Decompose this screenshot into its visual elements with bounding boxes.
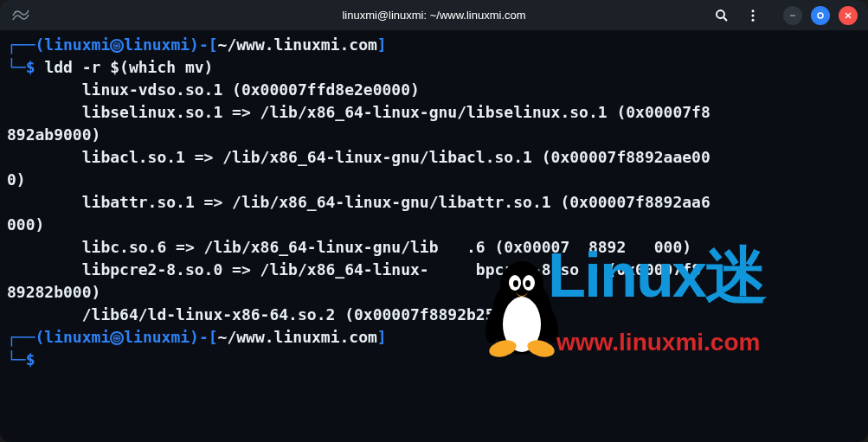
prompt-path: ~/www.linuxmi.com (218, 35, 377, 54)
prompt-decoration: )-[ (190, 35, 218, 54)
output-line: libacl.so.1 => /lib/x86_64-linux-gnu/lib… (7, 148, 710, 166)
svg-point-16 (525, 280, 530, 287)
output-line: libpcre2-8.so.0 => /lib/x86_64-linux- bp… (7, 260, 701, 279)
prompt-decoration: )-[ (190, 328, 218, 346)
svg-point-20 (538, 304, 562, 345)
svg-point-7 (818, 13, 823, 18)
output-line: libc.so.6 => /lib/x86_64-linux-gnu/lib .… (7, 238, 691, 256)
at-icon: ㉿ (110, 331, 124, 345)
svg-point-0 (16, 11, 16, 12)
output-line: 000) (7, 215, 44, 234)
prompt-decoration: ┌──( (7, 35, 44, 54)
prompt-dollar: $ (26, 58, 35, 76)
prompt-user: linuxmi (44, 328, 110, 346)
prompt-decoration: ┌──( (7, 328, 44, 346)
close-button[interactable] (839, 6, 858, 25)
svg-point-3 (752, 10, 755, 12)
svg-point-17 (487, 337, 518, 359)
prompt-dollar: $ (26, 350, 35, 368)
terminal-content[interactable]: ┌──(linuxmi㉿linuxmi)-[~/www.linuxmi.com]… (0, 30, 868, 442)
output-line: 892ab9000) (7, 125, 100, 144)
prompt-path: ~/www.linuxmi.com (218, 328, 377, 346)
output-line: 89282b000) (7, 283, 100, 301)
prompt-host: linuxmi (124, 328, 190, 346)
output-line: libattr.so.1 => /lib/x86_64-linux-gnu/li… (7, 193, 710, 211)
output-line: 0) (7, 170, 26, 189)
svg-line-2 (723, 17, 727, 21)
prompt-decoration: └─ (7, 58, 26, 76)
output-line: linux-vdso.so.1 (0x00007ffd8e2e0000) (7, 80, 420, 99)
menu-icon[interactable] (745, 8, 761, 23)
minimize-button[interactable] (783, 6, 802, 25)
svg-point-18 (525, 337, 556, 359)
app-icon (10, 5, 31, 26)
window-controls (783, 6, 858, 25)
output-line: /lib64/ld-linux-x86-64.so.2 (0x00007f889… (7, 305, 532, 323)
watermark-url: www.linuxmi.com (556, 331, 760, 354)
titlebar: linuxmi@linuxmi: ~/www.linuxmi.com (0, 0, 868, 30)
terminal-window: linuxmi@linuxmi: ~/www.linuxmi.com (0, 0, 868, 442)
maximize-button[interactable] (811, 6, 830, 25)
command-text: ldd -r $(which mv) (44, 58, 213, 76)
prompt-decoration: ] (377, 328, 387, 346)
prompt-user: linuxmi (44, 35, 110, 54)
svg-point-15 (513, 280, 518, 287)
at-icon: ㉿ (110, 39, 124, 53)
svg-point-1 (717, 10, 724, 18)
prompt-decoration: └─ (7, 350, 26, 368)
titlebar-right (714, 6, 858, 25)
watermark-suffix: 迷 (705, 240, 766, 310)
output-line: libselinux.so.1 => /lib/x86_64-linux-gnu… (7, 103, 710, 121)
window-title: linuxmi@linuxmi: ~/www.linuxmi.com (342, 9, 525, 22)
prompt-host: linuxmi (124, 35, 190, 54)
prompt-decoration: ] (377, 35, 387, 54)
search-icon[interactable] (714, 8, 730, 23)
svg-point-5 (752, 18, 755, 21)
svg-point-4 (752, 14, 755, 16)
